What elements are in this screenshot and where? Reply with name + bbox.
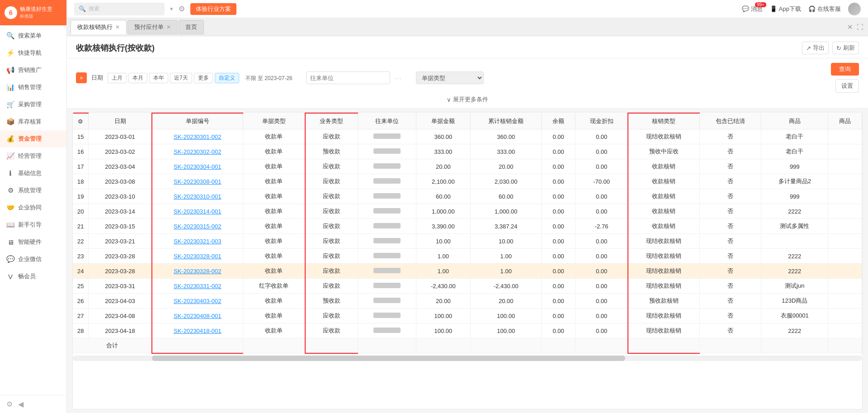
gear-icon[interactable]: ⚙ [179,5,185,13]
voucher-link[interactable]: SK-20230328-002 [174,268,222,275]
partner-input[interactable] [306,71,390,84]
user-avatar[interactable] [848,3,861,15]
voucher-link[interactable]: SK-20230314-001 [174,208,222,215]
cell-voucher-type: 收款单 [243,264,305,279]
voucher-link[interactable]: SK-20230301-002 [174,133,222,140]
refresh-btn[interactable]: ↻ 刷新 [832,42,859,54]
online-service-label: 在线客服 [817,5,841,13]
export-btn[interactable]: ↗ 导出 [802,42,829,54]
table-setting-btn[interactable]: 设置 [835,79,859,93]
cell-biz-type: 应收款 [305,279,358,294]
sidebar-item-资金管理[interactable]: 💰资金管理 [0,130,66,147]
app-name: 畅康道好生意 [20,6,52,13]
cell-id: 21 [73,219,89,234]
online-service-item[interactable]: 🎧 在线客服 [808,5,841,13]
collapse-icon[interactable]: ◀ [18,400,24,408]
cell-voucher-no: SK-20230408-001 [152,309,243,323]
filter-toggle-btn[interactable]: » [76,72,87,83]
voucher-link[interactable]: SK-20230328-001 [174,253,222,260]
col-header-voucher-type: 单据类型 [243,113,305,129]
date-btn-本年[interactable]: 本年 [149,73,168,83]
expand-tabs-icon[interactable]: ⛶ [857,23,863,31]
date-btn-近7天[interactable]: 近7天 [170,73,192,83]
sidebar-item-畅会员[interactable]: V畅会员 [0,268,66,285]
sidebar-item-库存核算[interactable]: 📦库存核算 [0,113,66,130]
sidebar-item-基础信息[interactable]: ℹ基础信息 [0,165,66,182]
sidebar-item-企业协同[interactable]: 🤝企业协同 [0,199,66,216]
cell-amount: 333.00 [416,144,471,159]
topbar-search[interactable]: 🔍 搜索 [74,3,165,15]
voucher-link[interactable]: SK-20230331-002 [174,283,222,290]
col-header-writeoff-total: 累计核销金额 [471,113,542,129]
date-btn-上月[interactable]: 上月 [108,73,127,83]
expand-conditions-btn[interactable]: ∨ 展开更多条件 [447,95,488,104]
settings-bottom-icon[interactable]: ⚙ [6,400,13,408]
date-btn-custom[interactable]: 自定义 [215,73,239,83]
sidebar-item-企业微信[interactable]: 💬企业微信 [0,251,66,268]
cell-id: 23 [73,249,89,264]
voucher-link[interactable]: SK-20230310-001 [174,193,222,200]
sidebar-item-经营管理[interactable]: 📈经营管理 [0,147,66,165]
voucher-link[interactable]: SK-20230315-002 [174,223,222,230]
cell-voucher-no: SK-20230315-002 [152,219,243,234]
voucher-type-select[interactable]: 单据类型 [416,71,484,84]
sidebar-item-营销推广[interactable]: 📢营销推广 [0,62,66,79]
partner-value [373,313,401,318]
total-label: 合计 [73,338,152,353]
date-btn-本月[interactable]: 本月 [128,73,147,83]
cell-goods: 老白干 [761,129,828,144]
sidebar-label: 经营管理 [18,152,42,160]
notification-item[interactable]: 💬 消息 99+ [742,5,763,13]
cell-date: 2023-03-28 [89,249,152,264]
sidebar-item-新手引导[interactable]: 📖新手引导 [0,216,66,233]
cell-voucher-no: SK-20230328-001 [152,249,243,264]
close-all-icon[interactable]: ✕ [847,23,853,31]
voucher-link[interactable]: SK-20230304-001 [174,163,222,170]
cell-id: 27 [73,309,89,323]
cell-date: 2023-03-10 [89,189,152,204]
sidebar-item-系统管理[interactable]: ⚙系统管理 [0,182,66,199]
cell-amount: 60.00 [416,189,471,204]
cell-include-settled: 否 [699,279,761,294]
cell-balance: 0.00 [542,309,576,323]
cell-include-settled: 否 [699,219,761,234]
cell-date: 2023-04-03 [89,294,152,309]
voucher-link[interactable]: SK-20230418-001 [174,328,222,334]
sidebar-item-搜索菜单[interactable]: 🔍搜索菜单 [0,27,66,44]
cell-cash-discount: 0.00 [575,294,628,309]
col-header-gear[interactable]: ⚙ [73,113,89,129]
sidebar-label: 企业微信 [18,255,42,263]
sidebar-item-销售管理[interactable]: 📊销售管理 [0,79,66,96]
tab-预付应付单[interactable]: 预付应付单✕ [127,20,178,34]
voucher-link[interactable]: SK-20230403-002 [174,298,222,304]
voucher-link[interactable]: SK-20230308-001 [174,178,222,185]
tab-收款核销执行[interactable]: 收款核销执行✕ [71,20,127,34]
tab-close-icon[interactable]: ✕ [115,24,120,30]
voucher-link[interactable]: SK-20230321-003 [174,238,222,245]
tab-close-icon[interactable]: ✕ [166,24,171,30]
cell-include-settled: 否 [699,144,761,159]
voucher-link[interactable]: SK-20230408-001 [174,313,222,319]
date-btn-更多[interactable]: 更多 [194,73,213,83]
cell-partner [358,204,416,219]
cell-partner [358,159,416,174]
industry-solution-btn[interactable]: 体验行业方案 [190,3,236,15]
sidebar-item-智能硬件[interactable]: 🖥智能硬件 [0,233,66,251]
cell-balance: 0.00 [542,219,576,234]
tab-首页[interactable]: 首页 [179,20,204,34]
sidebar-item-快捷导航[interactable]: ⚡快捷导航 [0,44,66,62]
col-header-include-settled: 包含已结清 [699,113,761,129]
table-row: 25 2023-03-31 SK-20230331-002 红字收款单 应收款 … [73,279,862,294]
sidebar-item-采购管理[interactable]: 🛒采购管理 [0,96,66,113]
col-header-cash-discount: 现金折扣 [575,113,628,129]
cell-balance: 0.00 [542,174,576,189]
horizontal-scrollbar[interactable] [73,356,862,361]
sidebar-label: 资金管理 [18,135,42,143]
cell-writeoff-total: 60.00 [471,189,542,204]
app-download-item[interactable]: 📱 App下载 [770,5,801,13]
scrollbar-thumb[interactable] [152,356,626,361]
sidebar-icon: 💬 [6,255,14,263]
cell-amount: 1.00 [416,249,471,264]
voucher-link[interactable]: SK-20230302-002 [174,148,222,155]
query-btn[interactable]: 查询 [831,63,859,76]
